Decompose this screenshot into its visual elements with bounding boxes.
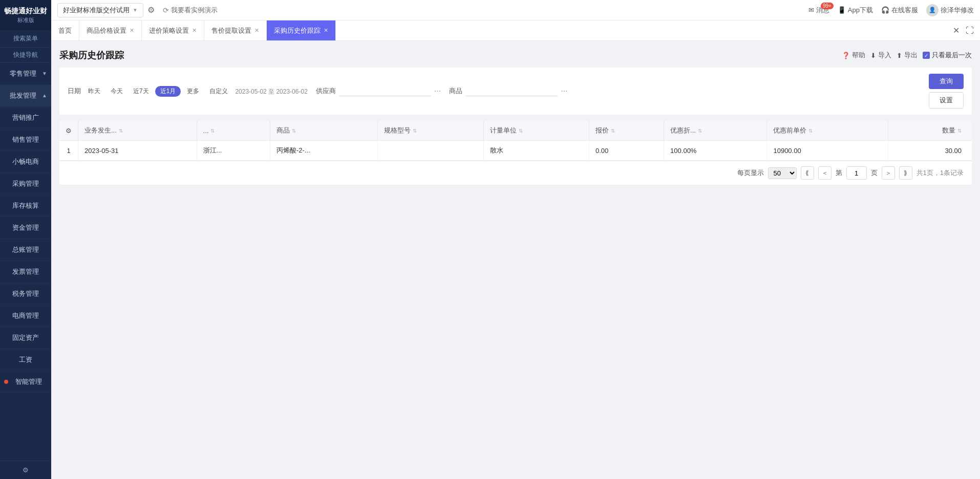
sidebar-item-quick-nav[interactable]: 快捷导航 [0,48,51,63]
cell-unit-type: 散水 [483,141,589,161]
date-option-1month[interactable]: 近1月 [155,86,181,97]
sort-icon[interactable]: ⇅ [519,128,523,134]
import-button[interactable]: ⬇ 导入 [870,51,891,60]
col-spec-label: 规格型号 [384,126,411,135]
sidebar-item-marketing[interactable]: 营销推广 [0,107,51,129]
help-button[interactable]: ❓ 帮助 [842,51,865,60]
sidebar-settings[interactable]: ⚙ [0,461,51,479]
sidebar-item-retail[interactable]: 零售管理 ▼ [0,63,51,85]
version-selector[interactable]: 好业财标准版交付试用 ▼ [57,3,143,17]
filter-buttons: 查询 设置 [929,74,964,108]
col-quantity: 数量 ⇅ [888,121,972,141]
main-area: 好业财标准版交付试用 ▼ ⚙ 我要看实例演示 ✉ 消息 99+ 📱 App下载 … [51,0,980,479]
user-menu[interactable]: 👤 徐泽华修改 [926,4,974,16]
sort-icon[interactable]: ⇅ [808,128,813,134]
sidebar-item-purchase[interactable]: 采购管理 [0,173,51,195]
sort-icon[interactable]: ⇅ [413,128,417,134]
setting-button[interactable]: 设置 [929,92,964,108]
only-last-label: 只看最后一次 [932,51,972,60]
col-gear[interactable]: ⚙ [59,121,78,141]
cell-date: 2023-05-31 [78,141,197,161]
next-page-button[interactable]: ＞ [882,166,895,180]
cell-supplier: 浙江... [197,141,270,161]
page-size-select[interactable]: 50 10 20 100 [768,167,797,179]
sidebar-item-fixed-assets[interactable]: 固定资产 [0,327,51,349]
supplier-more-icon[interactable]: ··· [434,86,441,96]
help-icon: ❓ [842,52,850,59]
date-filter: 日期 昨天 今天 近7天 近1月 更多 自定义 2023-05-02 至 202… [68,86,308,97]
sort-icon[interactable]: ⇅ [119,128,123,134]
col-dots: ... ⇅ [197,121,270,141]
tabs-actions: ✕ ⛶ [947,20,980,40]
tab-sale[interactable]: 售价提取设置 ✕ [204,20,267,40]
cell-discount: 10900.00 [767,141,888,161]
chevron-up-icon: ▲ [42,93,47,98]
sort-icon[interactable]: ⇅ [611,128,615,134]
date-option-custom[interactable]: 自定义 [205,86,232,97]
export-button[interactable]: ⬆ 导出 [897,51,918,60]
prev-page-button[interactable]: ＜ [818,166,832,180]
date-option-7days[interactable]: 近7天 [129,86,153,97]
close-icon[interactable]: ✕ [192,27,197,34]
close-tab-button[interactable]: ✕ [951,24,962,37]
supplier-filter: 供应商 ··· [316,86,441,96]
message-badge: 99+ [821,3,834,9]
page-input[interactable] [846,166,867,180]
tab-home[interactable]: 首页 [51,20,79,40]
sidebar-item-search[interactable]: 搜索菜单 [0,30,51,48]
close-icon[interactable]: ✕ [254,27,259,34]
username-label: 徐泽华修改 [941,6,974,15]
sidebar-item-finance[interactable]: 资金管理 [0,217,51,239]
goods-more-icon[interactable]: ··· [561,86,567,96]
date-option-today[interactable]: 今天 [106,86,127,97]
sort-icon[interactable]: ⇅ [957,128,962,134]
sidebar-item-salary[interactable]: 工资 [0,349,51,371]
headset-icon: 🎧 [881,6,889,14]
goods-filter-label: 商品 [449,86,462,96]
sidebar-item-tax[interactable]: 税务管理 [0,283,51,305]
date-option-more[interactable]: 更多 [183,86,203,97]
app-download-label: App下载 [848,6,873,15]
only-last-checkbox-label[interactable]: ✓ 只看最后一次 [923,51,972,60]
close-icon[interactable]: ✕ [324,27,328,34]
export-label: 导出 [904,51,918,60]
goods-input[interactable] [465,86,558,96]
sort-icon[interactable]: ⇅ [698,128,702,134]
sidebar-item-invoice[interactable]: 发票管理 [0,261,51,283]
sort-icon[interactable]: ⇅ [210,128,215,134]
app-download-button[interactable]: 📱 App下载 [838,6,873,15]
close-icon[interactable]: ✕ [130,27,134,34]
col-price: 报价 ⇅ [589,121,664,141]
tab-price[interactable]: 商品价格设置 ✕ [79,20,142,40]
message-button[interactable]: ✉ 消息 99+ [808,6,829,15]
demo-link[interactable]: 我要看实例演示 [163,6,218,15]
config-icon[interactable]: ⚙ [147,5,155,15]
sidebar-item-sales[interactable]: 销售管理 [0,129,51,151]
sidebar-item-smart[interactable]: 智能管理 [0,371,51,393]
sort-icon[interactable]: ⇅ [292,128,296,134]
sidebar-item-general-ledger[interactable]: 总账管理 [0,239,51,261]
query-button[interactable]: 查询 [929,74,964,89]
mobile-icon: 📱 [838,6,846,14]
sidebar-item-inventory[interactable]: 库存核算 [0,195,51,217]
cell-goods: 丙烯酸-2-... [270,141,377,161]
tab-strategy[interactable]: 进价策略设置 ✕ [142,20,204,40]
online-service-button[interactable]: 🎧 在线客服 [881,6,918,15]
expand-tab-button[interactable]: ⛶ [964,24,976,37]
sidebar-item-ecommerce-small[interactable]: 小畅电商 [0,151,51,173]
cell-index: 1 [59,141,78,161]
sidebar-item-wholesale[interactable]: 批发管理 ▲ [0,85,51,107]
date-option-yesterday[interactable]: 昨天 [84,86,104,97]
tab-history[interactable]: 采购历史价跟踪 ✕ [267,20,336,40]
first-page-button[interactable]: ⟪ [801,166,814,180]
col-spec: 规格型号 ⇅ [378,121,483,141]
col-goods: 商品 ⇅ [270,121,377,141]
sidebar-item-ecommerce[interactable]: 电商管理 [0,305,51,327]
goods-filter: 商品 ··· [449,86,567,96]
cell-original-price: 30.00 [888,141,972,161]
only-last-checkbox[interactable]: ✓ [923,52,930,59]
col-discount: 优惠折... ⇅ [664,121,767,141]
col-original-price: 优惠前单价 ⇅ [767,121,888,141]
last-page-button[interactable]: ⟫ [899,166,912,180]
supplier-input[interactable] [339,86,431,96]
